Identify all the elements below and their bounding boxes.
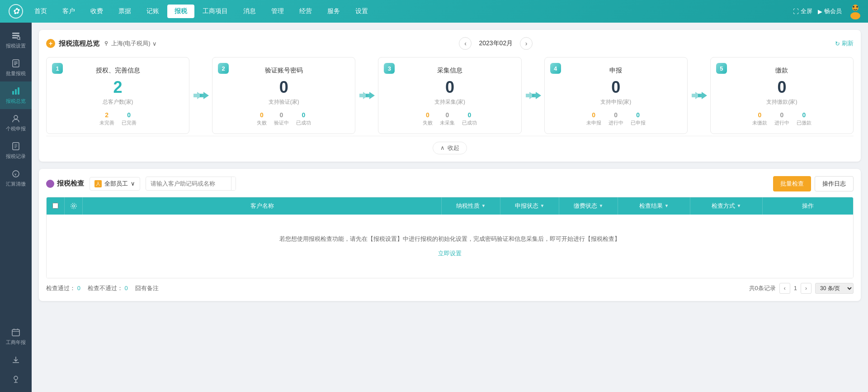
nav-item-settings[interactable]: 设置 xyxy=(348,5,375,18)
tax-settings-icon xyxy=(11,31,21,41)
stat-paid-value: 0 xyxy=(802,111,806,119)
th-tax-nature-filter[interactable]: ▼ xyxy=(481,203,486,208)
stat-collected: 0 已成功 xyxy=(462,111,477,126)
pass-value[interactable]: 0 xyxy=(77,285,80,292)
nav-item-operation[interactable]: 经营 xyxy=(292,5,319,18)
nav-item-business[interactable]: 工商项目 xyxy=(195,5,235,18)
arrow-icon-4 xyxy=(690,90,708,101)
sidebar-item-tax-overview-label: 报税总览 xyxy=(6,98,26,105)
refresh-icon: ↻ xyxy=(835,40,840,47)
nav-item-fee[interactable]: 收费 xyxy=(83,5,110,18)
nav-item-message[interactable]: 消息 xyxy=(236,5,263,18)
collapse-button[interactable]: ∧ 收起 xyxy=(433,142,467,154)
location-icon-small xyxy=(103,40,109,47)
stat-collect-fail-value: 0 xyxy=(426,111,429,119)
fullscreen-button[interactable]: ⛶ 全屏 xyxy=(793,7,812,15)
avatar-button[interactable] xyxy=(847,3,863,19)
sidebar-item-tax-overview[interactable]: 报税总览 xyxy=(0,81,32,109)
sidebar-item-annual-settlement-label: 汇算清缴 xyxy=(6,181,26,187)
select-all-checkbox[interactable] xyxy=(52,203,58,209)
collapse-bar: ∧ 收起 xyxy=(46,136,854,154)
svg-rect-4 xyxy=(12,33,19,34)
nav-item-accounting[interactable]: 记账 xyxy=(139,5,166,18)
th-declare-status: 申报状态 ▼ xyxy=(500,197,559,215)
batch-tax-icon xyxy=(11,58,21,68)
flow-step-5: 5 缴款 0 支持缴款(家) 0 未缴款 0 进行中 xyxy=(710,57,854,134)
next-month-button[interactable]: › xyxy=(520,37,533,50)
fail-value[interactable]: 0 xyxy=(124,285,127,292)
step-3-number: 0 xyxy=(386,78,514,96)
stat-verifying-value: 0 xyxy=(279,111,283,119)
settings-icon xyxy=(71,203,77,209)
stat-fail-value: 0 xyxy=(260,111,264,119)
flow-step-3: 3 采集信息 0 支持采集(家) 0 失败 0 未采集 xyxy=(378,57,521,134)
logo-icon: ✿ xyxy=(12,6,20,17)
flow-title-text: 报税流程总览 xyxy=(59,39,99,48)
nav-menu: 首页 客户 收费 票据 记账 报税 工商项目 消息 管理 经营 服务 设置 xyxy=(27,5,793,18)
instant-setup-link[interactable]: 立即设置 xyxy=(279,248,620,258)
sidebar-item-location[interactable] xyxy=(0,369,32,388)
sidebar-item-annual-settlement[interactable]: ¥ 汇算清缴 xyxy=(0,164,32,192)
th-pay-status-filter[interactable]: ▼ xyxy=(599,203,604,208)
chevron-down-icon: ∨ xyxy=(152,40,157,47)
step-3-title: 采集信息 xyxy=(386,67,514,75)
stat-collect-fail: 0 失败 xyxy=(423,111,433,126)
check-fail-label: 检查不通过： 0 xyxy=(88,284,128,292)
svg-rect-10 xyxy=(14,62,18,62)
stat-verified: 0 已成功 xyxy=(296,111,311,126)
per-page-select[interactable]: 30 条/页 50 条/页 100 条/页 xyxy=(815,283,854,294)
prev-page-button[interactable]: ‹ xyxy=(779,283,790,294)
search-input[interactable] xyxy=(146,177,231,190)
sidebar-item-download[interactable] xyxy=(0,350,32,369)
step-2-stats: 0 失败 0 验证中 0 已成功 xyxy=(220,111,348,126)
arrow-icon-1 xyxy=(192,90,210,101)
stat-not-collected-label: 未采集 xyxy=(440,120,455,126)
vip-button[interactable]: ▶ 畅会员 xyxy=(818,7,842,15)
nav-item-manage[interactable]: 管理 xyxy=(264,5,291,18)
stat-not-paid: 0 未缴款 xyxy=(752,111,767,126)
stat-not-declared-label: 未申报 xyxy=(586,120,601,126)
flow-title-icon: + xyxy=(46,39,55,48)
refresh-button[interactable]: ↻ 刷新 xyxy=(835,39,854,48)
staff-filter-select[interactable]: 人 全部员工 ∨ xyxy=(90,177,140,191)
check-header-actions: 批量检查 操作日志 xyxy=(773,176,854,191)
nav-item-home[interactable]: 首页 xyxy=(27,5,54,18)
svg-point-7 xyxy=(17,37,20,39)
search-button[interactable] xyxy=(231,177,236,190)
step-2-subtitle: 支持验证(家) xyxy=(220,98,348,106)
stat-declaring: 0 进行中 xyxy=(609,111,623,126)
svg-rect-15 xyxy=(18,87,19,95)
flow-step-4: 4 申报 0 支持申报(家) 0 未申报 0 进行中 xyxy=(544,57,688,134)
th-declare-status-filter[interactable]: ▼ xyxy=(540,203,545,208)
flow-steps: 1 授权、完善信息 2 总客户数(家) 2 未完善 0 已完善 xyxy=(46,57,854,134)
nav-item-tax[interactable]: 报税 xyxy=(167,5,194,18)
batch-check-button[interactable]: 批量检查 xyxy=(773,176,811,191)
operation-log-button[interactable]: 操作日志 xyxy=(815,176,854,191)
nav-item-invoice[interactable]: 票据 xyxy=(111,5,138,18)
th-check-result: 检查结果 ▼ xyxy=(618,197,690,215)
prev-month-button[interactable]: ‹ xyxy=(459,37,472,50)
sidebar-item-personal-tax[interactable]: 个税申报 xyxy=(0,109,32,137)
svg-point-22 xyxy=(105,42,108,44)
arrow-icon-2 xyxy=(358,90,376,101)
empty-message: 若您想使用报税检查功能，请先在【报税设置】中进行报税的初始化设置，完成密码验证和… xyxy=(279,234,620,258)
sidebar-item-business-annual[interactable]: 工商年报 xyxy=(0,323,32,350)
sidebar-item-batch-tax[interactable]: 批量报税 xyxy=(0,54,32,81)
step-5-number: 0 xyxy=(718,78,846,96)
step-4-stats: 0 未申报 0 进行中 0 已申报 xyxy=(552,111,680,126)
stat-paying-value: 0 xyxy=(780,111,784,119)
fullscreen-icon: ⛶ xyxy=(793,8,799,15)
stat-fail: 0 失败 xyxy=(257,111,267,126)
step-5-badge: 5 xyxy=(716,63,727,74)
flow-step-2: 2 验证账号密码 0 支持验证(家) 0 失败 0 验证中 xyxy=(212,57,355,134)
app-logo[interactable]: ✿ xyxy=(5,0,27,23)
sidebar-item-tax-settings[interactable]: 报税设置 xyxy=(0,26,32,54)
svg-point-21 xyxy=(14,376,18,380)
th-check-method-filter[interactable]: ▼ xyxy=(737,203,741,208)
nav-item-client[interactable]: 客户 xyxy=(55,5,82,18)
sidebar-item-tax-record[interactable]: 报税记录 xyxy=(0,137,32,164)
th-check-result-filter[interactable]: ▼ xyxy=(665,203,669,208)
location-tag[interactable]: 上海(电子税局) ∨ xyxy=(103,39,157,48)
nav-item-service[interactable]: 服务 xyxy=(320,5,347,18)
next-page-button[interactable]: › xyxy=(801,283,811,294)
